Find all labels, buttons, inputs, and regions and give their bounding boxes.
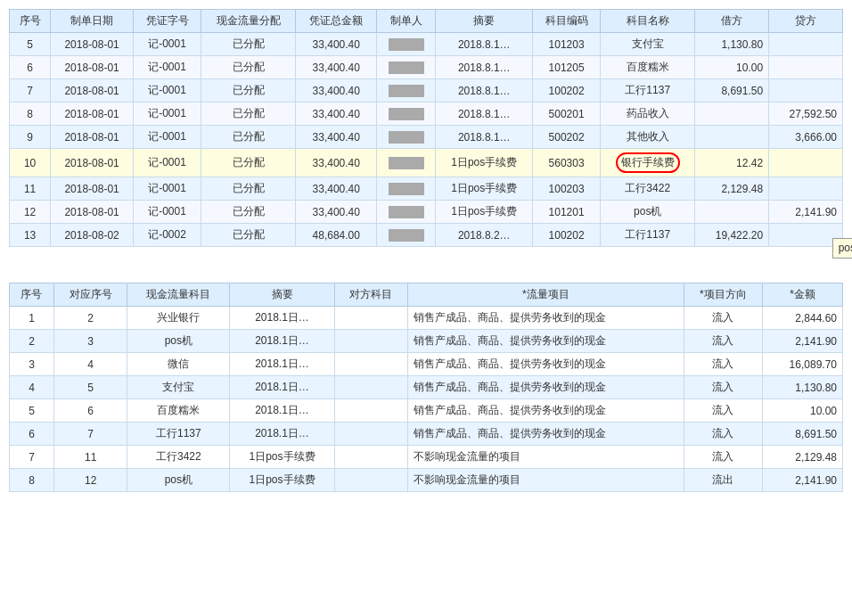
cell-summary: 2018.8.1… [436,79,533,103]
cell-cash: 已分配 [201,224,296,247]
maker-avatar [389,229,424,242]
col-maker: 制单人 [377,10,436,33]
cell-seq: 10 [10,149,51,177]
cell-cash: 已分配 [201,103,296,126]
cell-maker [377,201,436,224]
table-row: 82018-08-01记-0001已分配33,400.402018.8.1…50… [10,103,843,126]
cell-code: 101203 [533,33,601,56]
cell-code: 101205 [533,56,601,79]
table-row: 62018-08-01记-0001已分配33,400.402018.8.1…10… [10,56,843,79]
section-table2: 序号 对应序号 现金流量科目 摘要 对方科目 *流量项目 *项目方向 *金额 1… [9,283,843,492]
cell-maker [377,126,436,149]
cell-flow: 销售产成品、商品、提供劳务收到的现金 [408,376,684,399]
cell-amount: 33,400.40 [296,177,377,201]
voucher-table: 序号 制单日期 凭证字号 现金流量分配 凭证总金额 制单人 摘要 科目编码 科目… [9,9,843,247]
cell-code: 500202 [533,126,601,149]
cell-amount: 2,141.90 [763,469,843,492]
cell-voucher: 记-0001 [134,126,201,149]
cell-maker [377,33,436,56]
table-row: 67工行11372018.1日…销售产成品、商品、提供劳务收到的现金流入8,69… [10,423,843,446]
cell-maker [377,56,436,79]
cell-name: pos机 [601,201,695,224]
cell-debit [695,201,769,224]
col2-amount: *金额 [763,283,843,307]
cell-maker [377,177,436,201]
cell-seq: 12 [10,201,51,224]
col2-summary: 摘要 [230,283,335,307]
cell-debit: 2,129.48 [695,177,769,201]
tooltip-popup: pos机 [832,238,852,259]
cell-cash: 已分配 [201,149,296,177]
table-row: 56百度糯米2018.1日…销售产成品、商品、提供劳务收到的现金流入10.00 [10,399,843,423]
cell-debit: 10.00 [695,56,769,79]
col-date: 制单日期 [51,10,134,33]
cell-credit [769,177,843,201]
col2-opposite: 对方科目 [334,283,407,307]
cell-voucher: 记-0001 [134,56,201,79]
cell-seq: 8 [10,469,54,492]
cell-credit [769,79,843,103]
cell-direction: 流入 [684,353,763,376]
cell-summary: 1日pos手续费 [230,446,335,469]
cell-date: 2018-08-01 [51,103,134,126]
cell-flow: 销售产成品、商品、提供劳务收到的现金 [408,399,684,423]
cell-seq: 9 [10,126,51,149]
cell-debit [695,103,769,126]
cell-direction: 流入 [684,307,763,330]
cell-summary: 1日pos手续费 [436,149,533,177]
cell-date: 2018-08-01 [51,126,134,149]
cell-amount: 10.00 [763,399,843,423]
cell-date: 2018-08-01 [51,177,134,201]
cell-summary: 1日pos手续费 [436,177,533,201]
maker-avatar [389,157,424,169]
cell-seq: 11 [10,177,51,201]
cell-name: 工行1137 [601,79,695,103]
cell-subject: 兴业银行 [127,307,230,330]
cell-amount: 33,400.40 [296,33,377,56]
section-table1: 序号 制单日期 凭证字号 现金流量分配 凭证总金额 制单人 摘要 科目编码 科目… [9,9,843,247]
cell-debit: 1,130.80 [695,33,769,56]
cell-summary: 1日pos手续费 [436,201,533,224]
cashflow-table: 序号 对应序号 现金流量科目 摘要 对方科目 *流量项目 *项目方向 *金额 1… [9,283,843,492]
col2-subject: 现金流量科目 [127,283,230,307]
maker-avatar [389,206,424,218]
cell-seq: 5 [10,399,54,423]
cell-voucher: 记-0001 [134,79,201,103]
cell-summary: 2018.1日… [230,376,335,399]
cell-name: 工行1137 [601,224,695,247]
cell-opposite [334,353,407,376]
cell-debit: 12.42 [695,149,769,177]
cell-seq: 13 [10,224,51,247]
col-code: 科目编码 [533,10,601,33]
cell-code: 100202 [533,79,601,103]
cell-name: 银行手续费 [601,149,695,177]
cell-flow: 销售产成品、商品、提供劳务收到的现金 [408,423,684,446]
cell-summary: 2018.1日… [230,353,335,376]
cell-cash: 已分配 [201,201,296,224]
cell-cash: 已分配 [201,56,296,79]
cell-credit: 2,141.90 [769,201,843,224]
cell-subject: 微信 [127,353,230,376]
cell-amount: 2,141.90 [763,330,843,353]
cell-amount: 33,400.40 [296,149,377,177]
cell-code: 101201 [533,201,601,224]
table-row: 34微信2018.1日…销售产成品、商品、提供劳务收到的现金流入16,089.7… [10,353,843,376]
cell-corr: 11 [53,446,127,469]
cell-corr: 4 [53,353,127,376]
cell-code: 100203 [533,177,601,201]
cell-summary: 2018.8.1… [436,126,533,149]
cell-credit: 3,666.00 [769,126,843,149]
cell-name: 工行3422 [601,177,695,201]
cell-direction: 流入 [684,399,763,423]
cell-flow: 不影响现金流量的项目 [408,446,684,469]
cell-name: 其他收入 [601,126,695,149]
cell-summary: 2018.1日… [230,423,335,446]
cell-amount: 1,130.80 [763,376,843,399]
cell-credit: 27,592.50 [769,103,843,126]
cell-maker [377,149,436,177]
cell-flow: 销售产成品、商品、提供劳务收到的现金 [408,307,684,330]
cell-debit: 8,691.50 [695,79,769,103]
cell-corr: 12 [53,469,127,492]
cell-debit [695,126,769,149]
table-row: 45支付宝2018.1日…销售产成品、商品、提供劳务收到的现金流入1,130.8… [10,376,843,399]
